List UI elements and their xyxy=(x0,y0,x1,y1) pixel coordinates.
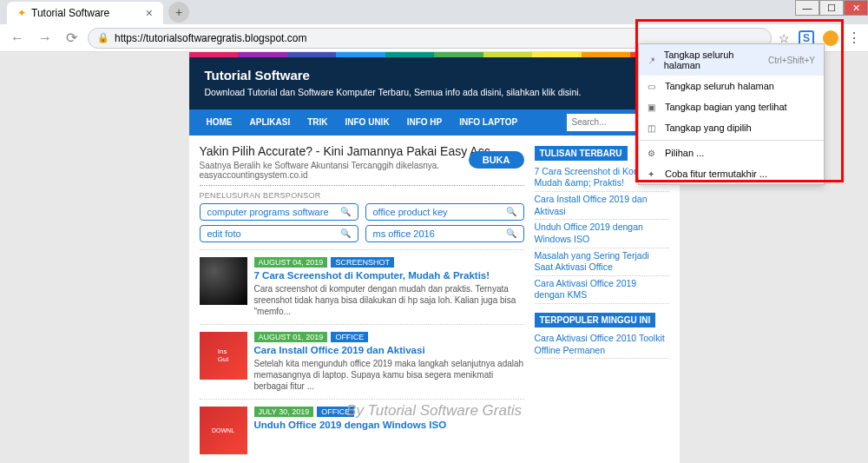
popular-posts-list: Cara Aktivasi Office 2010 Toolkit Offlin… xyxy=(535,331,669,359)
close-button[interactable]: ✕ xyxy=(844,0,868,16)
post-date[interactable]: JULY 30, 2019 xyxy=(254,407,314,417)
plus-icon: ✦ xyxy=(648,169,658,179)
nav-aplikasi[interactable]: APLIKASI xyxy=(241,117,299,127)
menu-capture-selection[interactable]: ◫ Tangkap yang dipilih xyxy=(639,117,824,138)
reload-button[interactable]: ⟳ xyxy=(62,30,81,46)
post-item: InsGui AUGUST 01, 2019OFFICE Cara Instal… xyxy=(200,324,524,392)
search-icon: 🔍 xyxy=(340,207,351,216)
sidebar-link[interactable]: Cara Aktivasi Office 2019 dengan KMS xyxy=(535,276,669,304)
forward-button[interactable]: → xyxy=(35,30,56,46)
post-excerpt: Cara screenshot di komputer dengan mudah… xyxy=(254,283,524,317)
visible-icon: ▣ xyxy=(648,103,658,112)
post-category[interactable]: OFFICE xyxy=(331,332,368,342)
sidebar-link[interactable]: Cara Aktivasi Office 2010 Toolkit Offlin… xyxy=(535,331,669,359)
post-thumbnail[interactable]: InsGui xyxy=(200,332,247,380)
site-header: Tutorial Software Download Tutorial dan … xyxy=(189,57,680,109)
search-icon: 🔍 xyxy=(340,228,351,238)
post-category[interactable]: SCREENSHOT xyxy=(331,257,394,268)
search-icon: 🔍 xyxy=(506,207,516,216)
tab-bar: ✦ Tutorial Software × + xyxy=(0,0,868,24)
menu-capture-full-2[interactable]: ▭ Tangkap seluruh halaman xyxy=(639,76,824,96)
post-thumbnail[interactable]: DOWNL xyxy=(200,407,247,454)
sidebar-link[interactable]: Masalah yang Sering Terjadi Saat Aktivas… xyxy=(535,248,669,276)
post-item: DOWNL JULY 30, 2019OFFICE Unduh Office 2… xyxy=(200,399,524,454)
post-date[interactable]: AUGUST 04, 2019 xyxy=(254,257,328,268)
lock-icon: 🔒 xyxy=(97,32,109,43)
main-nav: HOME APLIKASI TRIK INFO UNIK INFO HP INF… xyxy=(189,109,680,136)
new-tab-button[interactable]: + xyxy=(168,2,189,23)
widget-title: TERPOPULER MINGGU INI xyxy=(535,313,656,327)
back-button[interactable]: ← xyxy=(7,30,28,46)
sponsor-link[interactable]: office product key🔍 xyxy=(365,203,524,221)
nav-trik[interactable]: TRIK xyxy=(299,117,336,127)
post-date[interactable]: AUGUST 01, 2019 xyxy=(254,332,328,342)
menu-capture-full-1[interactable]: ⭷ Tangkap seluruh halaman Ctrl+Shift+Y xyxy=(639,44,824,76)
browser-tab[interactable]: ✦ Tutorial Software × xyxy=(7,2,163,24)
gear-icon: ⚙ xyxy=(648,149,658,158)
sponsor-link[interactable]: edit foto🔍 xyxy=(200,225,358,242)
site-title[interactable]: Tutorial Software xyxy=(205,68,664,83)
sidebar: TULISAN TERBARU 7 Cara Screenshot di Kom… xyxy=(535,144,669,461)
post-item: AUGUST 04, 2019SCREENSHOT 7 Cara Screens… xyxy=(200,249,524,317)
post-category[interactable]: OFFICE xyxy=(317,407,354,417)
main-column: Yakin Pilih Accurate? - Kini Jamannya Pa… xyxy=(200,144,524,461)
selection-icon: ◫ xyxy=(648,123,658,133)
sponsor-link[interactable]: ms office 2016🔍 xyxy=(365,225,524,242)
menu-capture-visible[interactable]: ▣ Tangkap bagian yang terlihat xyxy=(639,96,824,117)
nav-info-hp[interactable]: INFO HP xyxy=(398,117,451,127)
sidebar-link[interactable]: Cara Install Office 2019 dan Aktivasi xyxy=(535,192,669,220)
sponsor-link[interactable]: computer programs software🔍 xyxy=(200,203,358,221)
nav-home[interactable]: HOME xyxy=(198,117,241,127)
sponsor-label: PENELUSURAN BERSPONSOR xyxy=(200,191,524,200)
tab-title: Tutorial Software xyxy=(31,7,109,19)
page-content: Tutorial Software Download Tutorial dan … xyxy=(189,52,680,463)
browser-menu-icon[interactable]: ⋮ xyxy=(847,30,861,46)
minimize-button[interactable]: — xyxy=(795,0,819,16)
sidebar-link[interactable]: Unduh Office 2019 dengan Windows ISO xyxy=(535,220,669,248)
nav-info-unik[interactable]: INFO UNIK xyxy=(337,117,398,127)
tab-close-icon[interactable]: × xyxy=(146,6,153,20)
widget-title: TULISAN TERBARU xyxy=(535,146,628,161)
nav-info-laptop[interactable]: INFO LAPTOP xyxy=(450,117,526,127)
post-excerpt: Setelah kita mengunduh office 2019 maka … xyxy=(254,358,524,392)
post-thumbnail[interactable] xyxy=(200,257,247,305)
ad-open-button[interactable]: BUKA xyxy=(469,151,524,169)
favicon: ✦ xyxy=(17,7,26,19)
menu-separator xyxy=(639,140,824,141)
post-title[interactable]: Unduh Office 2019 dengan Windows ISO xyxy=(254,420,524,430)
maximize-button[interactable]: ☐ xyxy=(819,0,844,16)
post-title[interactable]: 7 Cara Screenshot di Komputer, Mudah & P… xyxy=(254,270,524,281)
post-title[interactable]: Cara Install Office 2019 dan Aktivasi xyxy=(254,345,524,355)
site-tagline: Download Tutorial dan Software Komputer … xyxy=(205,86,664,99)
url-text: https://tutorialsoftwaregratis.blogspot.… xyxy=(115,32,306,44)
capture-icon: ⭷ xyxy=(648,56,657,65)
menu-latest[interactable]: ✦ Coba fitur termutakhir ... xyxy=(639,163,824,184)
search-icon: 🔍 xyxy=(506,228,516,238)
menu-options[interactable]: ⚙ Pilihan ... xyxy=(639,142,824,163)
profile-avatar[interactable] xyxy=(823,30,838,46)
ad-block[interactable]: Yakin Pilih Accurate? - Kini Jamannya Pa… xyxy=(200,144,524,186)
extension-menu: ⭷ Tangkap seluruh halaman Ctrl+Shift+Y ▭… xyxy=(638,43,825,185)
page-icon: ▭ xyxy=(648,82,658,91)
